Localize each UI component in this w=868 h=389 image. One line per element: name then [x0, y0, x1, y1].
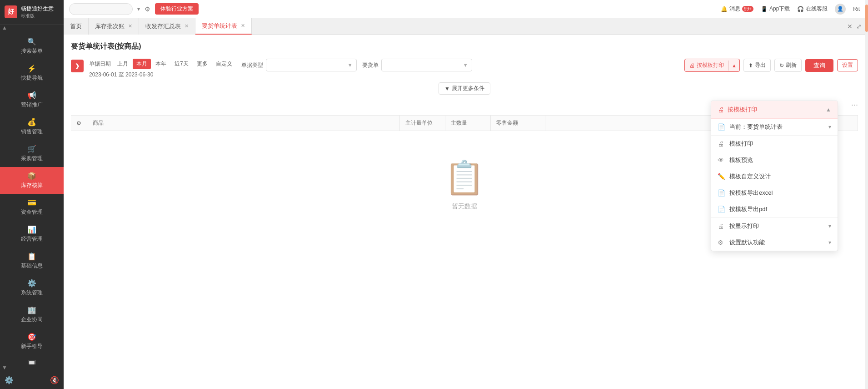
enterprise-icon: 🏢 — [27, 306, 36, 314]
sidebar-item-apps[interactable]: 🔲 应用中心 — [0, 355, 64, 364]
print-template-chevron-icon[interactable]: ▲ — [728, 61, 739, 71]
col-unit: 主计量单位 — [400, 116, 445, 131]
tab-order-stats[interactable]: 要货单统计表 ✕ — [195, 18, 252, 35]
order-type-label: 单据类型 — [241, 61, 263, 69]
headset-icon: 🎧 — [797, 6, 804, 12]
expand-more-button[interactable]: ▼ 展开更多条件 — [439, 82, 490, 95]
filter-expand-button[interactable]: ❯ — [71, 60, 84, 72]
avatar[interactable]: 👤 — [835, 4, 846, 15]
more-options-icon[interactable]: ··· — [851, 100, 858, 110]
top-action-area: 🖨 按模板打印 ▲ ⬆ 导出 ↻ 刷新 查询 设置 — [684, 59, 858, 72]
topbar-chevron-icon[interactable]: ▾ — [137, 6, 140, 12]
apps-icon: 🔲 — [27, 359, 36, 364]
default-fn-icon: ⚙ — [718, 239, 725, 246]
goods-select[interactable]: ▼ — [381, 59, 472, 71]
app-download-item[interactable]: 📱 App下载 — [761, 5, 790, 13]
date-range-display: 2023-06-01 至 2023-06-30 — [89, 71, 236, 79]
message-item[interactable]: 🔔 消息 99+ — [721, 5, 753, 13]
dropdown-display-print-left: 🖨 按显示打印 — [718, 222, 759, 230]
sidebar-scroll-down[interactable]: ▼ — [0, 364, 9, 371]
topbar-search-input[interactable] — [69, 3, 133, 15]
dropdown-item-template-design[interactable]: ✏️ 模板自定义设计 — [711, 168, 838, 185]
industry-solution-button[interactable]: 体验行业方案 — [155, 3, 199, 15]
template-print-icon: 🖨 — [718, 140, 725, 147]
dropdown-current-left: 📄 当前：要货单统计表 — [718, 123, 783, 131]
filter-date-group: 单据日期 上月 本月 本年 近7天 更多 自定义 2023-06-01 至 20… — [89, 59, 236, 79]
dropdown-header: 🖨 按模板打印 ▲ — [711, 101, 838, 119]
current-indicator-icon: 📄 — [718, 123, 725, 131]
topbar-gear-icon[interactable]: ⚙ — [145, 5, 150, 13]
sidebar-item-guide[interactable]: 🎯 新手引导 — [0, 328, 64, 355]
inventory-icon: 📦 — [27, 172, 36, 180]
sidebar-item-quick-nav[interactable]: ⚡ 快捷导航 — [0, 60, 64, 86]
date-btn-custom[interactable]: 自定义 — [212, 59, 236, 69]
dropdown-default-fn-item[interactable]: ⚙ 设置默认功能 ▾ — [711, 234, 838, 251]
dropdown-item-template-preview[interactable]: 👁 模板预览 — [711, 152, 838, 168]
dropdown-default-fn-left: ⚙ 设置默认功能 — [718, 238, 765, 247]
sidebar-item-basic[interactable]: 📋 基础信息 — [0, 248, 64, 274]
sidebar-scroll-up[interactable]: ▲ — [0, 25, 9, 31]
tab-batch-account[interactable]: 库存批次账 ✕ — [89, 18, 139, 35]
dropdown-up-chevron-icon[interactable]: ▲ — [826, 106, 831, 113]
username-label: Rit — [853, 6, 860, 12]
dropdown-items-section: 🖨 模板打印 👁 模板预览 ✏️ 模板自定义设计 📄 按模板导出excel 📄 — [711, 136, 838, 218]
dropdown-item-template-print[interactable]: 🖨 模板打印 — [711, 136, 838, 152]
sidebar-item-enterprise[interactable]: 🏢 企业协同 — [0, 301, 64, 328]
sidebar-item-operations[interactable]: 📊 经营管理 — [0, 221, 64, 248]
goods-chevron-icon: ▼ — [463, 62, 468, 68]
tab-close-button[interactable]: ✕ — [847, 23, 853, 30]
dropdown-menu: 🖨 按模板打印 ▲ 📄 当前：要货单统计表 ▾ 🖨 — [711, 101, 838, 251]
default-fn-chevron-icon: ▾ — [828, 239, 831, 246]
dropdown-display-print-item[interactable]: 🖨 按显示打印 ▾ — [711, 218, 838, 234]
purchase-icon: 🛒 — [27, 145, 36, 153]
mute-icon[interactable]: 🔇 — [50, 376, 59, 384]
query-button[interactable]: 查询 — [805, 59, 833, 72]
tab-maximize-button[interactable]: ⤢ — [856, 23, 862, 30]
tab-receipt-summary-close-icon[interactable]: ✕ — [185, 23, 189, 29]
right-scrollbar[interactable] — [865, 0, 868, 389]
dropdown-header-right: ▲ — [826, 106, 831, 113]
online-service-item[interactable]: 🎧 在线客服 — [797, 5, 828, 13]
tab-receipt-summary[interactable]: 收发存汇总表 ✕ — [139, 18, 195, 35]
phone-icon: 📱 — [761, 6, 768, 12]
export-excel-icon: 📄 — [718, 189, 725, 197]
chevron-right-icon: ❯ — [75, 63, 80, 69]
tab-batch-account-close-icon[interactable]: ✕ — [128, 23, 132, 29]
sidebar-item-inventory[interactable]: 📦 库存核算 — [0, 167, 64, 194]
date-btn-this-month[interactable]: 本月 — [133, 59, 151, 69]
topbar: ▾ ⚙ 体验行业方案 🔔 消息 99+ 📱 App下载 🎧 在线客服 👤 Rit — [64, 0, 865, 18]
content-area: 要货单统计表(按商品) ❯ 单据日期 上月 本月 本年 近7天 更多 自定义 — [64, 35, 865, 389]
sidebar-item-finance[interactable]: 💳 资金管理 — [0, 194, 64, 221]
export-button[interactable]: ⬆ 导出 — [743, 59, 771, 72]
sidebar-item-marketing[interactable]: 📢 营销推广 — [0, 86, 64, 113]
sidebar-item-sales[interactable]: 💰 销售管理 — [0, 113, 64, 140]
dropdown-current-item[interactable]: 📄 当前：要货单统计表 ▾ — [711, 119, 838, 135]
date-btn-last-month[interactable]: 上月 — [114, 59, 132, 69]
marketing-icon: 📢 — [27, 91, 36, 100]
date-btn-more[interactable]: 更多 — [193, 59, 211, 69]
dropdown-item-export-pdf[interactable]: 📄 按模板导出pdf — [711, 201, 838, 217]
expand-more-row: ▼ 展开更多条件 — [71, 82, 858, 95]
date-btn-7days[interactable]: 近7天 — [171, 59, 192, 69]
sidebar-item-search[interactable]: 🔍 搜索菜单 — [0, 33, 64, 60]
tab-home[interactable]: 首页 — [64, 18, 89, 35]
logo-text: 畅捷通好生意 标准版 — [21, 5, 54, 19]
sidebar-item-system[interactable]: ⚙️ 系统管理 — [0, 274, 64, 301]
operations-icon: 📊 — [27, 225, 36, 234]
message-bell-icon: 🔔 — [721, 6, 728, 12]
order-type-chevron-icon: ▼ — [348, 62, 353, 68]
filter-order-type-group: 单据类型 ▼ — [241, 59, 357, 71]
tab-order-stats-close-icon[interactable]: ✕ — [241, 23, 245, 29]
order-type-select[interactable]: ▼ — [266, 59, 357, 71]
dropdown-item-export-excel[interactable]: 📄 按模板导出excel — [711, 185, 838, 201]
topbar-right: 🔔 消息 99+ 📱 App下载 🎧 在线客服 👤 Rit — [721, 4, 860, 15]
sidebar-item-purchase[interactable]: 🛒 采购管理 — [0, 140, 64, 167]
print-template-button[interactable]: 🖨 按模板打印 — [685, 59, 728, 71]
dropdown-printer-icon: 🖨 — [718, 106, 724, 113]
date-btn-this-year[interactable]: 本年 — [152, 59, 170, 69]
refresh-button[interactable]: ↻ 刷新 — [774, 59, 802, 72]
basic-icon: 📋 — [27, 252, 36, 261]
settings-button[interactable]: 设置 — [837, 59, 858, 71]
col-settings[interactable]: ⚙ — [71, 116, 87, 131]
settings-icon[interactable]: ⚙️ — [5, 376, 14, 384]
